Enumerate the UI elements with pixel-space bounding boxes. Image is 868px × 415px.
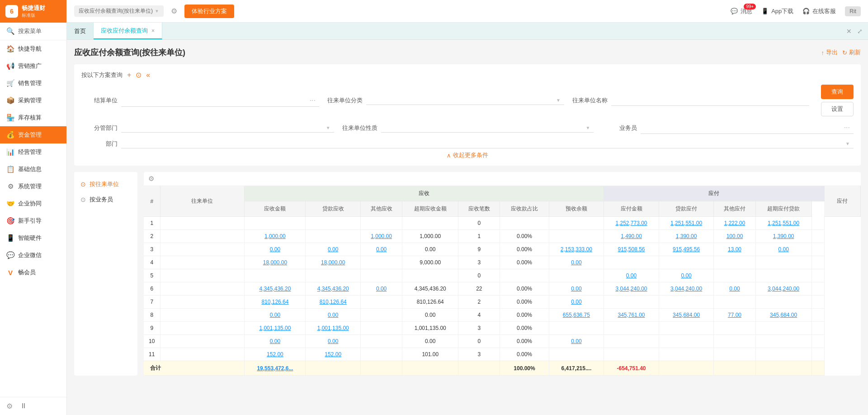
logo-icon: 6 bbox=[5, 5, 18, 18]
tab-home[interactable]: 首页 bbox=[67, 23, 94, 39]
filter-input-salesman[interactable]: ··· bbox=[641, 122, 854, 134]
th-ap-overdue: 超期应付贷款 bbox=[755, 201, 811, 217]
filter-select-dept[interactable]: ▼ bbox=[121, 124, 334, 133]
sidebar-item-search-menu[interactable]: 🔍 搜索菜单 bbox=[0, 23, 66, 40]
guide-icon: 🎯 bbox=[6, 217, 14, 225]
sidebar-item-inventory[interactable]: 🏪 库存核算 bbox=[0, 109, 66, 126]
filter-item-partner-type: 往来单位分类 ▼ bbox=[326, 96, 564, 105]
salesman-dots-icon: ··· bbox=[844, 124, 850, 132]
sidebar-item-enterprise[interactable]: 🤝 企业协同 bbox=[0, 195, 66, 212]
filter-select-partner-type[interactable]: ▼ bbox=[366, 96, 564, 105]
purchase-icon: 📦 bbox=[6, 96, 14, 105]
filter-select-subdept[interactable]: ▼ bbox=[121, 139, 854, 148]
message-button[interactable]: 💬 消息 99+ bbox=[731, 7, 752, 15]
sidebar-item-member[interactable]: V 畅会员 bbox=[0, 264, 66, 281]
finance-icon: 💰 bbox=[6, 131, 14, 139]
filter-item-salesman: 业务员 ··· bbox=[601, 122, 854, 134]
export-button[interactable]: ↑ 导出 bbox=[821, 48, 838, 57]
collapse-icon[interactable]: ⏸ bbox=[20, 402, 27, 410]
sidebar-bottom: ⚙ ⏸ bbox=[0, 397, 66, 415]
tab-close-icon[interactable]: × bbox=[151, 28, 155, 34]
sidebar-item-system[interactable]: ⚙ 系统管理 bbox=[0, 178, 66, 195]
sidebar-item-wechat[interactable]: 💬 企业微信 bbox=[0, 247, 66, 264]
table-row: 30.000.000.000.0090.00%2,153,333.00915,5… bbox=[144, 243, 861, 256]
export-icon: ↑ bbox=[821, 49, 825, 56]
table-settings-icon[interactable]: ⚙ bbox=[148, 175, 154, 183]
table-wrapper: ⚙ # 往来单位 应收 应付 应付 bbox=[144, 172, 861, 376]
topbar-right: 💬 消息 99+ 📱 App下载 🎧 在线客服 Rit bbox=[731, 6, 861, 16]
table-row: 7810,126.64810,126.64810,126.6420.00%0.0… bbox=[144, 296, 861, 309]
filter-label-salesman: 业务员 bbox=[601, 124, 637, 132]
th-ap-other: 其他应付 bbox=[714, 201, 755, 217]
service-button[interactable]: 🎧 在线客服 bbox=[802, 7, 836, 15]
basic-info-icon: 📋 bbox=[6, 165, 14, 173]
content-area: ⊙ 按往来单位 ⊙ 按业务员 ⚙ # bbox=[74, 172, 861, 376]
filter-collapse-button[interactable]: ∧ 收起更多条件 bbox=[447, 151, 488, 159]
filter-row-2: 分管部门 ▼ 往来单位性质 ▼ 业务员 bbox=[81, 122, 854, 134]
hardware-icon: 📱 bbox=[6, 234, 14, 242]
tab-close-all-icon[interactable]: ✕ bbox=[846, 28, 852, 35]
tab-expand-icon[interactable]: ⤢ bbox=[857, 28, 863, 35]
refresh-button[interactable]: ↻ 刷新 bbox=[842, 48, 861, 57]
partner-name-cell bbox=[160, 230, 245, 243]
page-content: 应收应付余额查询(按往来单位) ↑ 导出 ↻ 刷新 按以下方案查询 + ⊙ « bbox=[67, 40, 868, 415]
total-ap-extra bbox=[811, 361, 824, 376]
topbar-gear-icon[interactable]: ⚙ bbox=[169, 5, 179, 17]
th-row-num: # bbox=[144, 186, 160, 217]
app-download-button[interactable]: 📱 App下载 bbox=[761, 7, 793, 15]
dept-chevron-icon: ▼ bbox=[326, 125, 330, 130]
filter-scheme-icon[interactable]: ⊙ bbox=[136, 71, 142, 79]
query-btn-group: 查询 设置 bbox=[816, 85, 854, 116]
marketing-icon: 📢 bbox=[6, 62, 14, 70]
filter-label-dept: 分管部门 bbox=[81, 124, 118, 132]
sidebar-item-hardware[interactable]: 📱 智能硬件 bbox=[0, 229, 66, 247]
th-ap-amount: 应付金额 bbox=[604, 201, 659, 217]
collapse-up-icon: ∧ bbox=[447, 152, 451, 159]
set-button[interactable]: 设置 bbox=[821, 102, 854, 116]
message-icon: 💬 bbox=[731, 8, 738, 14]
th-ar-amount: 应收金额 bbox=[245, 201, 306, 217]
message-badge: 99+ bbox=[744, 4, 756, 10]
filter-panel: 按以下方案查询 + ⊙ « 结算单位 ··· 往来单位分类 bbox=[74, 64, 861, 166]
promo-button[interactable]: 体验行业方案 bbox=[184, 5, 234, 18]
filter-label-partner-type: 往来单位分类 bbox=[326, 96, 363, 105]
user-avatar[interactable]: Rit bbox=[845, 6, 861, 16]
partner-name-cell bbox=[160, 269, 245, 282]
table-scroll[interactable]: # 往来单位 应收 应付 应付 应收金额 贷款应收 其他应收 超期应收金额 bbox=[144, 186, 861, 376]
left-panel-item-by-salesman[interactable]: ⊙ 按业务员 bbox=[74, 192, 137, 207]
left-panel-item-by-partner[interactable]: ⊙ 按往来单位 bbox=[74, 176, 137, 192]
data-table: # 往来单位 应收 应付 应付 应收金额 贷款应收 其他应收 超期应收金额 bbox=[144, 186, 861, 376]
th-receivable-group: 应收 bbox=[245, 186, 604, 201]
filter-add-icon[interactable]: + bbox=[127, 71, 131, 79]
table-row: 80.000.000.0040.00%655,636.75345,761.003… bbox=[144, 309, 861, 322]
sidebar-item-guide[interactable]: 🎯 新手引导 bbox=[0, 212, 66, 229]
total-ap-loan bbox=[659, 361, 714, 376]
partner-name-cell bbox=[160, 335, 245, 348]
sidebar-item-marketing[interactable]: 📢 营销推广 bbox=[0, 57, 66, 75]
sidebar-item-basic-info[interactable]: 📋 基础信息 bbox=[0, 161, 66, 178]
table-settings-bar: ⚙ bbox=[144, 172, 861, 186]
th-ar-ratio: 应收款占比 bbox=[500, 201, 549, 217]
sidebar-logo: 6 畅捷通财 标准版 bbox=[0, 0, 66, 23]
app-icon: 📱 bbox=[761, 8, 769, 14]
tab-ar-ap[interactable]: 应收应付余额查询 × bbox=[94, 23, 162, 39]
tab-ar-ap-label: 应收应付余额查询 bbox=[101, 27, 148, 35]
total-row: 合计 19,553,472,6... 100.00% 6,417,215....… bbox=[144, 361, 861, 376]
th-ap-extra: 应付 bbox=[824, 186, 860, 217]
filter-collapse-icon[interactable]: « bbox=[146, 71, 150, 79]
filter-select-partner-nature[interactable]: ▼ bbox=[381, 124, 594, 133]
sidebar-item-sales[interactable]: 🛒 销售管理 bbox=[0, 75, 66, 92]
sidebar-item-finance[interactable]: 💰 资金管理 bbox=[0, 126, 66, 143]
query-button[interactable]: 查询 bbox=[821, 85, 854, 99]
system-icon: ⚙ bbox=[6, 182, 14, 191]
operations-icon: 📊 bbox=[6, 148, 14, 156]
sidebar-item-quick-nav[interactable]: 🏠 快捷导航 bbox=[0, 40, 66, 57]
th-ar-count: 应收笔数 bbox=[458, 201, 500, 217]
filter-input-partner-name[interactable] bbox=[611, 95, 809, 106]
table-row: 101,252,773.001,251,551.001,222.001,251,… bbox=[144, 217, 861, 230]
filter-input-settlement[interactable]: ··· bbox=[121, 95, 319, 107]
settings-bottom-icon[interactable]: ⚙ bbox=[6, 402, 13, 410]
page-actions: ↑ 导出 ↻ 刷新 bbox=[821, 48, 861, 57]
sidebar-item-purchase[interactable]: 📦 采购管理 bbox=[0, 92, 66, 109]
sidebar-item-operations[interactable]: 📊 经营管理 bbox=[0, 143, 66, 161]
